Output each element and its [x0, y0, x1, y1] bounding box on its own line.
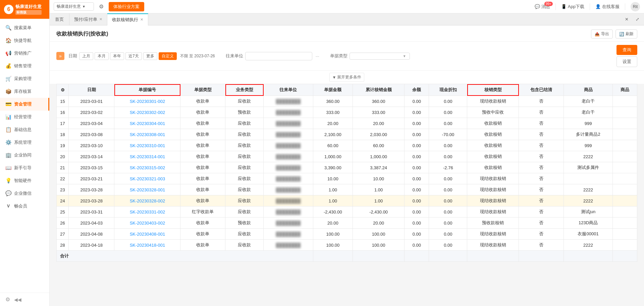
tab-collection-label: 收款核销执行 [112, 17, 138, 23]
basic-icon: 📋 [5, 127, 11, 133]
sidebar-item-member[interactable]: V 畅会员 [0, 200, 49, 212]
col-settings-icon[interactable]: ⚙ [61, 87, 65, 93]
cell-no: 20 [57, 151, 69, 162]
settings-icon[interactable]: ⚙ [5, 296, 10, 303]
settings-gear-icon[interactable]: ⚙ [97, 2, 106, 11]
cell-date: 2023-03-10 [69, 140, 114, 151]
app-download-btn[interactable]: 📱 App下载 [561, 4, 584, 10]
doc-link[interactable]: SK-20230328-002 [130, 198, 165, 203]
doc-link[interactable]: SK-20230304-001 [130, 121, 165, 126]
filter-collapse-btn[interactable]: » [56, 52, 64, 60]
cell-docno[interactable]: SK-20230418-001 [114, 240, 180, 251]
doc-link[interactable]: SK-20230308-001 [130, 132, 165, 137]
tab-prepay[interactable]: 预付/应付单 ✕ [69, 13, 107, 25]
col-header-settings[interactable]: ⚙ [57, 84, 69, 96]
tab-home[interactable]: 首页 [50, 13, 69, 25]
doc-link[interactable]: SK-20230408-001 [130, 232, 165, 237]
more-date-btn[interactable]: 更多 [143, 52, 157, 60]
sidebar-item-sales[interactable]: 💰 销售管理 [0, 60, 49, 72]
table-area[interactable]: ⚙ 日期 单据编号 单据类型 业务类型 往来单位 单据金额 累计核销金额 余额 … [50, 84, 644, 306]
cell-docno[interactable]: SK-20230408-001 [114, 229, 180, 240]
doc-link[interactable]: SK-20230321-003 [130, 176, 165, 181]
cell-discount: 0.00 [429, 206, 467, 218]
sidebar-item-search[interactable]: 🔍 搜索菜单 [0, 21, 49, 34]
doc-link[interactable]: SK-20230301-002 [130, 99, 165, 104]
cell-docno[interactable]: SK-20230403-002 [114, 218, 180, 229]
sidebar-item-enterprise[interactable]: 🏢 企业协同 [0, 149, 49, 162]
cell-balance: 0.00 [405, 229, 429, 240]
tab-collection[interactable]: 收款核销执行 ✕ [107, 13, 148, 25]
table-row: 252023-03-31SK-20230331-002红字收款单应收款█████… [57, 206, 637, 218]
partner-input[interactable] [245, 52, 312, 60]
enterprise-icon: 🏢 [5, 152, 11, 158]
tab-collection-close[interactable]: ✕ [140, 17, 143, 22]
doc-link[interactable]: SK-20230418-001 [130, 243, 165, 248]
sidebar-item-operations[interactable]: 📊 经营管理 [0, 111, 49, 123]
doc-link[interactable]: SK-20230403-002 [130, 221, 165, 226]
cell-docno[interactable]: SK-20230308-001 [114, 129, 180, 140]
refresh-btn[interactable]: 🔄 刷新 [615, 29, 637, 39]
last-7days-btn[interactable]: 近7天 [125, 52, 142, 60]
doc-link[interactable]: SK-20230314-001 [130, 154, 165, 159]
doc-link[interactable]: SK-20230302-002 [130, 110, 165, 115]
cell-docno[interactable]: SK-20230321-003 [114, 173, 180, 184]
col-header-goods2: 商品 [612, 84, 637, 96]
query-btn[interactable]: 查询 [616, 45, 637, 55]
solution-btn[interactable]: 体验行业方案 [109, 2, 144, 11]
cell-docno[interactable]: SK-20230314-001 [114, 151, 180, 162]
date-range-text: 不限 至 2023-07-26 [180, 53, 215, 59]
sidebar-item-wechat[interactable]: 💬 企业微信 [0, 187, 49, 200]
cell-docno[interactable]: SK-20230301-002 [114, 96, 180, 107]
cell-docno[interactable]: SK-20230328-002 [114, 195, 180, 206]
sidebar-item-label: 经营管理 [14, 114, 32, 120]
expand-more-btn[interactable]: ▼ 展开更多条件 [329, 73, 365, 82]
cell-acc-amount: 100.00 [353, 240, 405, 251]
cell-included: 否 [519, 107, 564, 118]
this-month-btn[interactable]: 本月 [95, 52, 109, 60]
sidebar-item-purchase[interactable]: 🛒 采购管理 [0, 72, 49, 85]
sidebar-item-basic[interactable]: 📋 基础信息 [0, 123, 49, 136]
cell-docno[interactable]: SK-20230310-001 [114, 140, 180, 151]
doc-link[interactable]: SK-20230315-002 [130, 165, 165, 170]
collapse-icon[interactable]: ◀◀ [14, 297, 21, 302]
sidebar-item-marketing[interactable]: 📢 营销推广 [0, 47, 49, 60]
data-table: ⚙ 日期 单据编号 单据类型 业务类型 往来单位 单据金额 累计核销金额 余额 … [56, 84, 637, 262]
tab-prepay-close[interactable]: ✕ [99, 17, 102, 21]
cell-docno[interactable]: SK-20230304-001 [114, 118, 180, 129]
sidebar-item-finance[interactable]: 💳 资金管理 [0, 98, 49, 111]
sidebar-item-system[interactable]: ⚙️ 系统管理 [0, 136, 49, 149]
sidebar-item-quicknav[interactable]: 🏠 快捷导航 [0, 34, 49, 47]
cell-partner: ████████ [264, 162, 313, 173]
close-window-btn[interactable]: ✕ [623, 15, 631, 23]
workspace-dropdown[interactable]: 畅康道好生意 ▼ [54, 2, 94, 11]
doc-link[interactable]: SK-20230328-001 [130, 187, 165, 192]
cell-canceltype: 预收款核销 [467, 218, 519, 229]
messages-btn[interactable]: 💬 消息 99+ [535, 4, 550, 10]
online-service-btn[interactable]: 👤 在线客服 [595, 4, 620, 10]
user-avatar[interactable]: Rit [631, 2, 640, 11]
doctype-select[interactable]: ▼ [350, 53, 410, 60]
maximize-btn[interactable]: ⤢ [633, 15, 641, 23]
cell-docno[interactable]: SK-20230315-002 [114, 162, 180, 173]
sidebar-item-guide[interactable]: 📖 新手引导 [0, 162, 49, 174]
cell-docno[interactable]: SK-20230302-002 [114, 107, 180, 118]
total-canceltype [467, 251, 519, 262]
cell-docno[interactable]: SK-20230331-002 [114, 206, 180, 218]
last-month-btn[interactable]: 上月 [79, 52, 93, 60]
sidebar-item-inventory[interactable]: 📦 库存核算 [0, 85, 49, 98]
table-row: 202023-03-14SK-20230314-001收款单应收款███████… [57, 151, 637, 162]
cell-docno[interactable]: SK-20230328-001 [114, 184, 180, 195]
cell-biztype: 应收款 [225, 96, 264, 107]
export-btn[interactable]: 📤 导出 [591, 29, 613, 39]
cell-goods2 [612, 229, 637, 240]
doc-link[interactable]: SK-20230310-001 [130, 143, 165, 148]
doc-link[interactable]: SK-20230331-002 [130, 209, 165, 215]
this-year-btn[interactable]: 本年 [110, 52, 124, 60]
custom-date-btn[interactable]: 自定义 [159, 52, 177, 60]
filter-settings-btn[interactable]: 设置 [616, 56, 637, 67]
cell-included: 否 [519, 206, 564, 218]
sidebar-item-hardware[interactable]: 💡 智能硬件 [0, 174, 49, 187]
cell-doctype: 收款单 [180, 140, 225, 151]
finance-icon: 💳 [5, 101, 11, 107]
cell-amount: 3,390.00 [313, 162, 353, 173]
